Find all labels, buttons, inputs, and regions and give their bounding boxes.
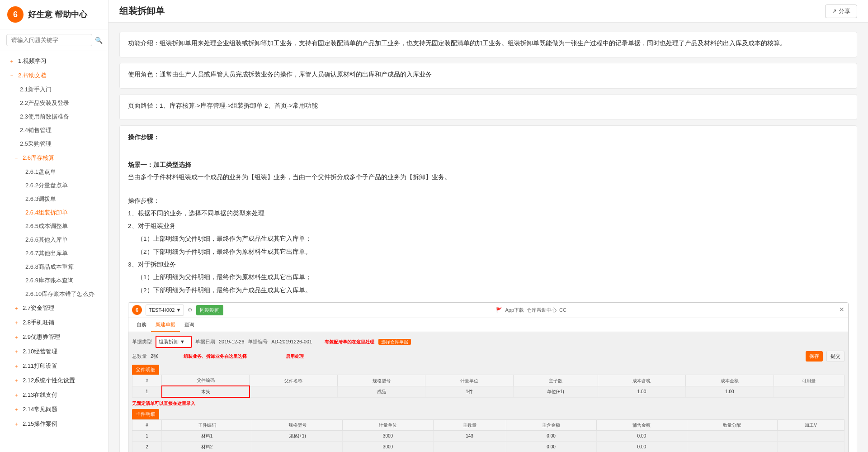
plus-icon-print: ＋ <box>14 362 20 370</box>
annotation4-text: 无固定清单可以直接在这里录入 <box>132 400 844 407</box>
step2: 2、对于组装业务 <box>128 221 849 232</box>
share-button[interactable]: ↗ 分享 <box>825 5 857 18</box>
search-icon[interactable]: 🔍 <box>95 37 103 44</box>
page-title: 组装拆卸单 <box>119 5 165 17</box>
top-bar: 组装拆卸单 ↗ 分享 <box>108 0 868 23</box>
doc-type-label: 单据类型 <box>132 338 152 346</box>
step1: 1、根据不同的业务，选择不同单据的类型来处理 <box>128 208 849 219</box>
plus-icon-cases: ＋ <box>14 420 20 428</box>
annotation1-area: 有装配清单的在这里处理 选择仓库单据 <box>325 338 411 346</box>
mock-close-icon[interactable]: ✕ <box>839 305 844 315</box>
mock-store-name: TEST-H002 <box>149 306 175 314</box>
plus-icon-personalize: ＋ <box>14 377 20 385</box>
main-area: 组装拆卸单 ↗ 分享 功能介绍：组装拆卸单用来处理企业组装或拆卸等加工业务，支持… <box>108 0 868 452</box>
sidebar-item-other-in[interactable]: 2.6.6其他入库单 <box>0 233 108 247</box>
mock-form-row2: 总数量 2张 组装业务、拆卸业务在这里选择 启用处理 <box>132 351 844 362</box>
sidebar-item-cases[interactable]: ＋ 2.15操作案例 <box>0 417 108 431</box>
mock-submit-btn[interactable]: 提交 <box>826 351 844 362</box>
plus-icon: ＋ <box>9 57 15 65</box>
table-row: 2 材料2 3000 0.00 0.00 <box>132 442 844 452</box>
sidebar-item-video[interactable]: ＋ 1.视频学习 <box>0 54 108 68</box>
sidebar-item-install[interactable]: 2.2产品安装及登录 <box>0 96 108 110</box>
sidebar-item-cost-adjust[interactable]: 2.6.5成本调整单 <box>0 219 108 233</box>
sidebar-item-cost-recalc[interactable]: 2.6.8商品成本重算 <box>0 260 108 274</box>
mock-store-dropdown[interactable]: TEST-H002 ▼ <box>146 305 184 316</box>
lower-table: # 子件编码 规格型号 计量单位 主数量 主含金额 辅含金额 数量分配 加工V <box>132 419 844 452</box>
sidebar-item-payment[interactable]: ＋ 2.13在线支付 <box>0 388 108 402</box>
scenario1-desc: 当由多个子件材料组装成一个成品的业务为【组装】业务，当由一个父件拆分成多个子产品… <box>128 172 849 183</box>
minus-icon-inventory: － <box>14 154 20 162</box>
col-cost-amt: 成本金额 <box>686 375 774 386</box>
table-row: 1 木头 成品 1件 单位(+1) 1.00 1.00 <box>132 386 844 397</box>
sidebar-item-label: 2.帮助文档 <box>18 71 47 80</box>
sidebar-item-data-prep[interactable]: 2.3使用前数据准备 <box>0 110 108 124</box>
date-value: 2019-12-26 <box>219 338 244 346</box>
mock-nav-new[interactable]: 新建单据 <box>151 318 180 332</box>
col-cost: 成本含税 <box>598 375 685 386</box>
search-input[interactable] <box>6 34 92 46</box>
sidebar-item-inv-error[interactable]: 2.6.10库存账本错了怎么办 <box>0 287 108 301</box>
col-no: # <box>132 375 162 386</box>
chevron-icon: ▼ <box>176 306 181 314</box>
plus-icon-faq: ＋ <box>14 406 20 414</box>
steps-intro: 操作步骤： <box>128 195 849 206</box>
col-unit: 计量单位 <box>425 375 513 386</box>
sidebar-item-purchase[interactable]: 2.5采购管理 <box>0 137 108 151</box>
sidebar-item-newbie[interactable]: 2.1新手入门 <box>0 83 108 96</box>
sidebar: 6 好生意 帮助中心 🔍 ＋ 1.视频学习 － 2.帮助文档 2.1新手入门 2… <box>0 0 108 452</box>
sidebar-item-helpdoc[interactable]: － 2.帮助文档 <box>0 68 108 83</box>
mock-logo-icon: 6 <box>132 305 142 315</box>
intro-text: 功能介绍：组装拆卸单用来处理企业组装或拆卸等加工业务，支持有固定装配清单的产品加… <box>128 38 849 49</box>
doc-type-dropdown[interactable]: 组装拆卸 ▼ <box>156 336 192 348</box>
annotation3-text: 启用处理 <box>286 354 304 359</box>
logo-area: 6 好生意 帮助中心 <box>0 0 108 29</box>
mock-green-button[interactable]: 同期期间 <box>196 305 223 315</box>
mock-topbar-right: 🚩 App下载 仓库帮助中心 CC <box>496 306 566 314</box>
search-box: 🔍 <box>0 29 108 51</box>
sidebar-item-ops[interactable]: ＋ 2.10经营管理 <box>0 344 108 359</box>
code-label: 单据编号 <box>248 338 268 346</box>
sidebar-item-finance[interactable]: ＋ 2.7资金管理 <box>0 301 108 315</box>
sidebar-item-transfer[interactable]: 2.6.3调拨单 <box>0 192 108 206</box>
mock-flag-icon: 🚩 <box>496 306 502 314</box>
sidebar-item-inventory[interactable]: － 2.6库存核算 <box>0 151 108 165</box>
sidebar-item-print[interactable]: ＋ 2.11打印设置 <box>0 359 108 373</box>
mock-select-warehouse-btn[interactable]: 选择仓库单据 <box>378 339 411 345</box>
sidebar-item-sales[interactable]: 2.4销售管理 <box>0 124 108 137</box>
steps-title: 操作步骤： <box>128 132 849 143</box>
sidebar-item-partial-stocktake[interactable]: 2.6.2分量盘点单 <box>0 179 108 192</box>
mock-nav-query[interactable]: 查询 <box>180 318 199 332</box>
step3-2: （2）下部明细为子件明细，最终作为产成品生成其它入库单。 <box>128 285 849 296</box>
sidebar-item-mobile[interactable]: ＋ 2.8手机旺铺 <box>0 315 108 330</box>
annotation3-area: 启用处理 <box>286 352 304 361</box>
nav-tree: ＋ 1.视频学习 － 2.帮助文档 2.1新手入门 2.2产品安装及登录 2.3… <box>0 51 108 434</box>
code-value: AD-20191226-001 <box>271 338 312 346</box>
mock-save-btn[interactable]: 保存 <box>806 351 823 362</box>
logo-text: 好生意 帮助中心 <box>28 9 87 20</box>
sidebar-item-stocktake[interactable]: 2.6.1盘点单 <box>0 165 108 179</box>
path-box: 页面路径：1、库存核算->库存管理->组装拆卸单 2、首页->常用功能 <box>119 94 857 120</box>
sidebar-item-other-out[interactable]: 2.6.7其他出库单 <box>0 247 108 260</box>
sidebar-item-assembly[interactable]: 2.6.4组装拆卸单 <box>0 206 108 219</box>
sidebar-item-personalize[interactable]: ＋ 2.12系统个性化设置 <box>0 373 108 388</box>
annotation2-area: 组装业务、拆卸业务在这里选择 <box>184 352 247 361</box>
step2-1: （1）上部明细为父件明细，最终作为产成品生成其它入库单； <box>128 233 849 244</box>
mock-nav-home[interactable]: 自购 <box>132 318 151 332</box>
steps-box: 操作步骤： 场景一：加工类型选择 当由多个子件材料组装成一个成品的业务为【组装】… <box>119 125 857 452</box>
col-parent-name: 父件名称 <box>250 375 337 386</box>
step3: 3、对于拆卸业务 <box>128 259 849 270</box>
mock-form-row1: 单据类型 组装拆卸 ▼ 单据日期 2019-12-26 单据编号 AD-2019… <box>132 336 844 348</box>
share-icon: ↗ <box>832 8 837 14</box>
plus-icon-mobile: ＋ <box>14 319 20 327</box>
lower-section-header: 子件明细 <box>132 409 159 419</box>
upper-table: # 父件编码 父件名称 规格型号 计量单位 主子数 成本含税 成本金额 可用量 <box>132 375 844 398</box>
sidebar-item-label: 1.视频学习 <box>18 57 47 65</box>
role-text: 使用角色：通常由生产人员或库管人员完成拆装业务的操作，库管人员确认原材料的出库和… <box>128 70 849 80</box>
plus-icon-coupon: ＋ <box>14 333 20 341</box>
upper-section-header: 父件明细 <box>132 365 159 375</box>
minus-icon: － <box>9 72 15 80</box>
sidebar-item-inv-ledger[interactable]: 2.6.9库存账本查询 <box>0 274 108 287</box>
sidebar-item-coupon[interactable]: ＋ 2.9优惠券管理 <box>0 330 108 344</box>
sidebar-item-faq[interactable]: ＋ 2.14常见问题 <box>0 402 108 417</box>
col-spec: 规格型号 <box>337 375 425 386</box>
